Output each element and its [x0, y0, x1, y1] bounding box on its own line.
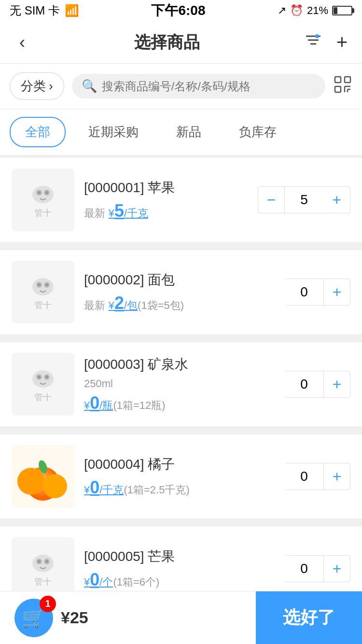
placeholder-logo: 管十: [28, 365, 57, 403]
search-input[interactable]: [102, 80, 316, 93]
quantity-input[interactable]: [285, 186, 323, 213]
product-image: 管十: [12, 353, 74, 416]
svg-point-14: [38, 191, 41, 194]
svg-point-21: [32, 370, 54, 388]
product-spec: 250ml: [84, 378, 285, 390]
svg-point-36: [45, 560, 48, 563]
increase-button[interactable]: +: [323, 186, 350, 213]
list-item: 管十 [0000003] 矿泉水 250ml ¥0/瓶(1箱=12瓶) +: [0, 342, 362, 427]
product-name: [0000002] 面包: [84, 271, 285, 289]
page-title: 选择商品: [134, 31, 200, 54]
increase-button[interactable]: +: [323, 463, 350, 490]
tab-negative[interactable]: 负库存: [224, 117, 292, 147]
status-time: 下午6:08: [151, 1, 205, 20]
nav-right: +: [305, 31, 348, 53]
product-quantity: − +: [258, 186, 350, 213]
quantity-input[interactable]: [285, 463, 323, 490]
product-info: [0000002] 面包 最新 ¥2/包(1袋=5包): [84, 271, 285, 313]
increase-button[interactable]: +: [323, 371, 350, 398]
product-name: [0000004] 橘子: [84, 455, 285, 474]
svg-point-24: [38, 376, 41, 378]
nav-bar: ‹ 选择商品 +: [0, 21, 362, 64]
list-item: [0000004] 橘子 ¥0/千克(1箱=2.5千克) +: [0, 434, 362, 519]
status-bar: 无 SIM 卡 📶 下午6:08 ↗ ⏰ 21%: [0, 0, 362, 21]
tab-bar: 全部 近期采购 新品 负库存: [0, 109, 362, 158]
increase-button[interactable]: +: [323, 555, 350, 582]
product-name: [0000003] 矿泉水: [84, 355, 285, 374]
list-item: 管十 [0000001] 苹果 最新 ¥5/千克 − +: [0, 158, 362, 242]
svg-point-15: [45, 191, 48, 194]
placeholder-logo: 管十: [28, 181, 57, 219]
product-name: [0000001] 苹果: [84, 179, 258, 197]
decrease-button[interactable]: −: [258, 186, 285, 213]
svg-point-30: [43, 474, 67, 498]
increase-button[interactable]: +: [323, 279, 350, 306]
product-info: [0000001] 苹果 最新 ¥5/千克: [84, 179, 258, 221]
svg-point-35: [38, 560, 41, 563]
product-price: 最新 ¥5/千克: [84, 201, 258, 221]
product-price: ¥0/个(1箱=6个): [84, 570, 285, 590]
status-carrier: 无 SIM 卡 📶: [10, 3, 79, 18]
product-quantity: +: [285, 371, 350, 398]
chevron-right-icon: ›: [49, 79, 53, 94]
product-image: 管十: [12, 261, 74, 323]
carrier-text: 无 SIM 卡: [10, 3, 60, 18]
svg-point-25: [45, 376, 48, 378]
category-button[interactable]: 分类 ›: [10, 72, 64, 100]
placeholder-logo: 管十: [28, 273, 57, 311]
tab-new[interactable]: 新品: [161, 117, 216, 147]
list-item: 管十 [0000002] 面包 最新 ¥2/包(1袋=5包) +: [0, 250, 362, 335]
quantity-input[interactable]: [285, 371, 323, 398]
battery-text: 21%: [307, 4, 328, 17]
product-price: ¥0/瓶(1箱=12瓶): [84, 393, 285, 413]
product-image: 管十: [12, 168, 74, 231]
back-button[interactable]: ‹: [14, 28, 30, 57]
filter-bar: 分类 › 🔍: [0, 64, 362, 109]
scan-icon[interactable]: [333, 75, 352, 98]
add-button[interactable]: +: [336, 31, 348, 53]
product-info: [0000003] 矿泉水 250ml ¥0/瓶(1箱=12瓶): [84, 355, 285, 413]
svg-point-11: [32, 186, 54, 203]
location-icon: ↗: [278, 4, 286, 17]
svg-point-16: [32, 278, 54, 295]
status-right: ↗ ⏰ 21%: [278, 4, 352, 17]
product-info: [0000005] 芒果 ¥0/个(1箱=6个): [84, 547, 285, 590]
placeholder-logo: 管十: [28, 550, 57, 588]
product-name: [0000005] 芒果: [84, 547, 285, 566]
product-list: 管十 [0000001] 苹果 最新 ¥5/千克 − +: [0, 158, 362, 644]
svg-point-29: [17, 468, 44, 495]
product-price: ¥0/千克(1箱=2.5千克): [84, 477, 285, 498]
product-quantity: +: [285, 555, 350, 582]
battery-icon: [332, 6, 352, 15]
category-label: 分类: [21, 78, 46, 95]
product-quantity: +: [285, 463, 350, 490]
product-info: [0000004] 橘子 ¥0/千克(1箱=2.5千克): [84, 455, 285, 498]
quantity-input[interactable]: [285, 279, 323, 306]
confirm-button[interactable]: 选好了: [256, 591, 362, 644]
svg-rect-4: [335, 77, 341, 83]
search-box: 🔍: [72, 74, 325, 98]
svg-point-3: [315, 34, 319, 38]
search-icon: 🔍: [82, 79, 97, 94]
cart-total: ¥25: [61, 608, 88, 627]
wifi-icon: 📶: [65, 4, 79, 17]
product-price: 最新 ¥2/包(1袋=5包): [84, 293, 285, 313]
cart-badge: 1: [40, 596, 56, 612]
tab-all[interactable]: 全部: [10, 117, 66, 147]
tab-recent[interactable]: 近期采购: [73, 117, 153, 147]
svg-point-20: [45, 283, 48, 286]
svg-point-19: [38, 283, 41, 286]
product-quantity: +: [285, 279, 350, 306]
cart-area: 🛒 1 ¥25: [0, 599, 256, 637]
product-image: [12, 445, 74, 508]
cart-button[interactable]: 🛒 1: [14, 599, 53, 637]
alarm-icon: ⏰: [290, 4, 303, 17]
bottom-bar: 🛒 1 ¥25 选好了: [0, 591, 362, 644]
filter-icon[interactable]: [305, 31, 322, 53]
svg-point-32: [32, 555, 54, 572]
quantity-input[interactable]: [285, 555, 323, 582]
svg-rect-6: [335, 86, 341, 92]
svg-rect-5: [345, 77, 350, 83]
